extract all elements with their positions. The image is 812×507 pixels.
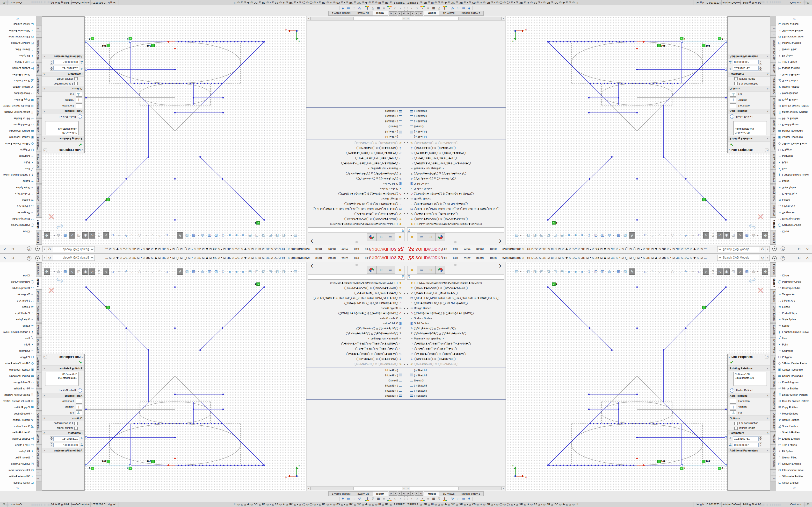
menu-item[interactable]: File (439, 253, 450, 263)
tree-sketch-item[interactable]: ▸(-) Sketch1 (406, 368, 506, 373)
tree-horizontal-scrollbar[interactable]: ◂ ▸ (406, 486, 505, 490)
tree-item[interactable]: ▸▱◯✚ИN◎♟+◯※◉[◯ ◎ ◯]◉※◯+♟◎NИ✚◯ (406, 341, 506, 346)
commandmanager-tab[interactable]: Mesh Modeling (36, 96, 42, 118)
tab-scroll-last-icon[interactable]: ▸| (389, 11, 393, 16)
tree-item[interactable]: ▸↥◯ИN◦ЬЬ♟◎◯ ◎ ◯◎♟ЬЬ◦NИ◯ (406, 356, 506, 361)
commandmanager-tab[interactable]: Surfaces (36, 289, 42, 303)
tool-button[interactable]: ⊜Ellipse (0, 197, 36, 203)
search-input[interactable]: ⬒ Search CAD Models (717, 255, 759, 261)
tool-button[interactable]: ≀Fit Spline (776, 53, 812, 59)
tool-button[interactable]: ⊢Extend Entities (776, 436, 812, 442)
tree-sketch-item[interactable]: ▸(-) Sketch1 (306, 134, 406, 139)
document-view-tab[interactable]: 3D Views (354, 11, 373, 16)
relation-entry[interactable]: Collinear108 (735, 131, 766, 134)
tree-root[interactable]: ▸◆TЯPDL2. ◎ЗΕ◎Ш◎◎◎✚◎ЭС◎ЗΕ◎•◎Ƨ5◎♟◎ЗΕ◎•◎ (406, 280, 506, 285)
tool-button[interactable]: ƒEquation Driven Curve (0, 329, 36, 335)
scroll-left-icon[interactable]: ◂ (402, 487, 406, 490)
checkbox[interactable] (734, 77, 738, 80)
tool-button[interactable]: ⇌Mirror Entities (776, 385, 812, 392)
parameter-input[interactable]: 10.88152731 (53, 66, 79, 70)
tree-item[interactable]: ▸▱Design Binder (406, 306, 506, 311)
spinner[interactable]: ▲▼ (759, 66, 762, 71)
search-input[interactable]: ⬒ Search CAD Models (53, 246, 95, 252)
pin-icon[interactable]: ⟟ (306, 256, 310, 259)
add-relation-button[interactable]: —Horizontal (728, 103, 770, 109)
scroll-thumb[interactable] (410, 487, 459, 490)
relations-listbox[interactable]: Collinear108 Equal length109 (45, 372, 79, 386)
expand-arrow-icon[interactable]: ▸ (406, 212, 409, 216)
tool-button[interactable]: ◿Scale Entities (776, 423, 812, 429)
expand-arrow-icon[interactable]: ▸ (406, 191, 409, 196)
tree-item[interactable]: ▸◧Solid Bodies (306, 321, 406, 326)
expand-arrow-icon[interactable]: ▸ (403, 306, 406, 311)
relation-badge[interactable]: ∕3 (255, 222, 260, 225)
tree-sketch-item[interactable]: ▸(-) Sketch4 (306, 114, 406, 119)
tool-button[interactable]: ▪Point (0, 159, 36, 166)
expand-arrow-icon[interactable]: ▸ (406, 196, 409, 201)
tree-item[interactable]: ▸Σ◯ЅИN◎✚ΑЦᵃЗΕ◯ ◎ ◯ЗΕᵃЦΑ✚◎NИЅ◯ (306, 171, 406, 176)
tool-button[interactable]: ↔Stretch Entities (776, 71, 812, 78)
minimize-button[interactable]: — (18, 255, 24, 261)
expand-arrow-icon[interactable]: ▸ (403, 212, 406, 216)
commandmanager-tab[interactable]: Features (770, 231, 776, 244)
tab-scroll-prev-icon[interactable]: ◂ (398, 491, 402, 496)
document-view-tab[interactable]: Motion Study 1 (328, 11, 354, 16)
tree-sketch-item[interactable]: ▸(-) Sketch5 (406, 119, 506, 124)
relation-entry[interactable]: Collinear108 (46, 373, 77, 376)
spinner[interactable]: ▲▼ (759, 443, 762, 447)
tree-item[interactable]: ▸▱◯✚ЪЬе♟◯※◉[◯ ◎ ◯]◉※◯♟еЬЪ✚◯ (406, 151, 506, 156)
tree-item[interactable]: ▸◗Surface Bodies (406, 186, 506, 191)
commandmanager-tab[interactable]: Data Migration (770, 411, 776, 432)
tab-configurationmanager[interactable]: ⊕ (426, 233, 436, 241)
relation-entry[interactable]: Equal length109 (46, 127, 77, 131)
tool-button[interactable]: ◠Centerpoint Arc (776, 285, 812, 291)
tree-item[interactable]: ▸▱◯✚ЪЬе♟◯※◉[◯ ◎ ◯]◉※◯♟еЬЪ✚◯ (306, 151, 406, 156)
add-relation-button[interactable]: —Horizontal (42, 103, 84, 109)
tool-button[interactable]: ○Circle (0, 228, 36, 235)
document-view-tab[interactable]: Motion Study 1 (458, 491, 484, 496)
tree-item[interactable]: ▸▱◯∙◎✚◯※◉[◯ ◎ ◯]◉※◯✚◎∙◯ (306, 156, 406, 161)
pin-icon[interactable]: ⟟ (502, 256, 506, 259)
commandmanager-tab[interactable]: Markup (36, 62, 42, 75)
tab-scroll-next-icon[interactable]: ▸ (393, 11, 397, 16)
commandmanager-tab[interactable]: Markup (36, 432, 42, 445)
tool-button[interactable]: ◯Perimeter Circle (776, 279, 812, 285)
section-add-relations[interactable]: Add Relations˄ (42, 393, 84, 398)
spinner[interactable]: ▲▼ (50, 436, 53, 441)
login-button[interactable]: ☻ (34, 246, 41, 252)
tool-button[interactable]: ✂Trim Entities (0, 442, 36, 448)
menu-item[interactable]: File (362, 244, 373, 253)
tree-horizontal-scrollbar[interactable]: ◂ ▸ (307, 17, 406, 21)
tool-button[interactable]: ┄Segment (0, 153, 36, 159)
bottom-toolbar-icon[interactable]: ∇ (437, 496, 442, 501)
tool-button[interactable]: ↻Rotate Entities (0, 417, 36, 423)
tree-item[interactable]: ▸▱Design Binder (306, 306, 406, 311)
commandmanager-tab[interactable]: ⋮ (770, 475, 776, 482)
document-view-tab[interactable]: Motion Study 1 (328, 491, 354, 496)
relation-badge[interactable]: =109 (147, 460, 155, 463)
tool-button[interactable]: ⊜Ellipse (776, 304, 812, 310)
scroll-thumb[interactable] (353, 487, 402, 490)
commandmanager-tab[interactable]: ⋮ (770, 25, 776, 32)
collapse-icon[interactable]: ˄ (767, 366, 768, 371)
expand-arrow-icon[interactable]: ▸ (406, 306, 409, 311)
tree-item[interactable]: ▸A◯ЅИN◎✚Α✚◎ИNΑ◯ ◎ ◯ΑNИ◎✚Α✚◎NИЅ◯ (306, 191, 406, 196)
tool-button[interactable]: ┄Segment (0, 348, 36, 354)
commandmanager-tab[interactable]: Direct Editing (36, 304, 42, 323)
rollback-bar[interactable] (406, 399, 506, 400)
tool-button[interactable]: ⊞Copy Entities (0, 97, 36, 103)
tool-button[interactable]: ▪Point (0, 341, 36, 348)
parameter-input[interactable]: 10.88152731 (53, 437, 79, 441)
commandmanager-tab[interactable]: Data Migration (36, 75, 42, 96)
more-tools-chevron[interactable]: ˅˅ (776, 17, 812, 20)
tool-button[interactable]: ○Circle (776, 272, 812, 279)
menu-item[interactable]: Edit (450, 244, 461, 253)
bottom-toolbar-icon[interactable]: ⌊ (365, 6, 370, 11)
tree-horizontal-scrollbar[interactable]: ◂ ▸ (307, 486, 406, 490)
tree-sketch-item[interactable]: ▸(-) Sketch2 (306, 373, 406, 378)
login-button[interactable]: ☻ (34, 255, 41, 261)
tool-button[interactable]: ┄Segment (776, 153, 812, 159)
tree-sketch-item[interactable]: ▸(-) Sketch4 (306, 388, 406, 393)
commandmanager-tab[interactable]: Sheet Metal (770, 338, 776, 355)
tab-displaymanager[interactable] (436, 233, 445, 241)
